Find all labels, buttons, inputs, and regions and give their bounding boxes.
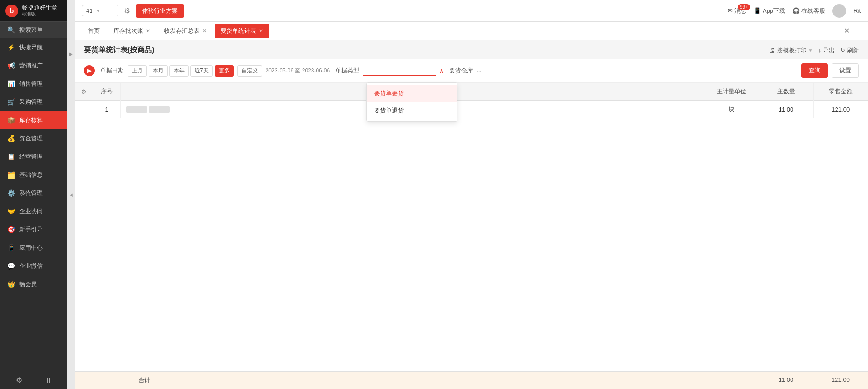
sidebar-item-corp-wechat[interactable]: 💬 企业微信 — [0, 257, 67, 275]
collapse-button[interactable]: ⏸ — [45, 376, 52, 384]
sidebar-item-search[interactable]: 🔍 搜索菜单 — [0, 22, 67, 38]
filter-warehouse-more-icon[interactable]: ··· — [477, 67, 482, 74]
export-icon: ↓ — [818, 47, 822, 54]
topbar-left: 41 ▼ ⚙ 体验行业方案 — [82, 4, 184, 18]
corp-wechat-icon: 💬 — [6, 261, 15, 271]
sidebar-item-label: 搜索菜单 — [19, 26, 43, 34]
filter-settings-button[interactable]: 设置 — [832, 63, 859, 78]
td-qty: 11.00 — [759, 101, 813, 118]
tab-order-stats-label: 要货单统计表 — [221, 27, 256, 35]
logo-text: 畅捷通好生意 标准版 — [22, 4, 57, 18]
user-avatar[interactable] — [832, 4, 846, 18]
service-icon: 🎧 — [792, 7, 800, 14]
table-header-row: ⚙ 序号 商品 主计量单位 主数量 零售金额 — [75, 83, 868, 101]
sidebar-item-sales[interactable]: 📊 销售管理 — [0, 75, 67, 93]
template-print-button[interactable]: 🖨 按模板打印 ▼ — [769, 46, 813, 55]
data-table: ⚙ 序号 商品 主计量单位 主数量 零售金额 1 — [75, 83, 868, 118]
print-icon: 🖨 — [769, 47, 775, 54]
date-shortcut-this-month[interactable]: 本月 — [149, 65, 168, 77]
tab-receive-summary-label: 收发存汇总表 — [164, 27, 200, 35]
sidebar-item-label: 企业微信 — [19, 262, 43, 270]
date-shortcut-last-month[interactable]: 上月 — [128, 65, 147, 77]
table-row: 1 块 11.00 121.00 — [75, 101, 868, 118]
sidebar-item-enterprise[interactable]: 🤝 企业协同 — [0, 202, 67, 220]
app-download-button[interactable]: 📱 App下载 — [754, 7, 785, 15]
date-shortcuts: 上月 本月 本年 近7天 更多 — [128, 65, 234, 77]
query-button[interactable]: 查询 — [801, 63, 828, 78]
finance-icon: 💰 — [6, 134, 15, 143]
sidebar-item-label: 库存核算 — [19, 116, 43, 124]
tab-expand-button[interactable]: ⛶ — [853, 26, 861, 35]
refresh-button[interactable]: ↻ 刷新 — [840, 46, 859, 55]
table-gear-icon[interactable]: ⚙ — [81, 88, 87, 95]
date-shortcut-last-7days[interactable]: 近7天 — [190, 65, 213, 77]
export-button[interactable]: ↓ 导出 — [818, 46, 835, 55]
filter-warehouse-group: 要货仓库 ··· — [449, 67, 482, 75]
tab-inventory-batch-close[interactable]: ✕ — [146, 28, 150, 34]
main-area: 41 ▼ ⚙ 体验行业方案 ✉ 消息 99+ 📱 App下载 🎧 在线客服 Ri… — [75, 0, 868, 389]
date-custom-button[interactable]: 自定义 — [237, 65, 262, 77]
tab-order-stats-close[interactable]: ✕ — [259, 28, 263, 34]
vip-icon: 👑 — [6, 280, 15, 289]
tab-home[interactable]: 首页 — [82, 24, 106, 38]
dropdown-option-order-goods[interactable]: 要货单要货 — [367, 85, 457, 102]
tab-receive-summary-close[interactable]: ✕ — [202, 28, 207, 34]
sidebar-item-guide[interactable]: 🎯 新手引导 — [0, 220, 67, 239]
td-unit: 块 — [704, 101, 759, 118]
th-seq: 序号 — [93, 83, 120, 101]
sidebar-item-system[interactable]: ⚙️ 系统管理 — [0, 184, 67, 202]
sales-icon: 📊 — [6, 79, 15, 88]
sidebar-item-vip[interactable]: 👑 畅会员 — [0, 275, 67, 293]
online-service-button[interactable]: 🎧 在线客服 — [792, 7, 825, 15]
footer-empty-1 — [75, 376, 93, 384]
th-settings[interactable]: ⚙ — [75, 83, 93, 101]
sidebar-item-label: 采购管理 — [19, 98, 43, 106]
tab-home-label: 首页 — [88, 27, 100, 35]
table-footer: 合计 11.00 121.00 — [75, 371, 868, 389]
sidebar-item-label: 新手引导 — [19, 225, 43, 234]
tab-close-all-button[interactable]: ✕ — [844, 26, 850, 35]
filter-expand-button[interactable]: ▶ — [84, 65, 95, 76]
date-shortcut-this-year[interactable]: 本年 — [169, 65, 189, 77]
app-center-icon: 📱 — [6, 243, 15, 252]
sidebar-item-marketing[interactable]: 📢 营销推广 — [0, 56, 67, 75]
footer-amount: 121.00 — [813, 376, 868, 384]
sidebar-item-app-center[interactable]: 📱 应用中心 — [0, 239, 67, 257]
filter-type-chevron-icon[interactable]: ∧ — [439, 67, 444, 74]
product-placeholder-2 — [149, 106, 170, 113]
sidebar-item-quick-nav[interactable]: ⚡ 快捷导航 — [0, 38, 67, 56]
sidebar-item-operation[interactable]: 📋 经营管理 — [0, 148, 67, 166]
sidebar-bottom: ⚙ ⏸ — [0, 371, 67, 389]
sidebar-item-inventory[interactable]: 📦 库存核算 — [0, 111, 67, 129]
filter-type-input[interactable] — [363, 66, 436, 76]
trial-industry-button[interactable]: 体验行业方案 — [136, 4, 184, 18]
sidebar-item-label: 畅会员 — [19, 280, 37, 288]
search-icon: 🔍 — [6, 26, 15, 35]
sidebar-item-purchase[interactable]: 🛒 采购管理 — [0, 93, 67, 111]
topbar: 41 ▼ ⚙ 体验行业方案 ✉ 消息 99+ 📱 App下载 🎧 在线客服 Ri… — [75, 0, 868, 22]
sidebar-item-basic-info[interactable]: 🗂️ 基础信息 — [0, 166, 67, 184]
tabs-actions: ✕ ⛶ — [844, 26, 861, 35]
tab-receive-summary[interactable]: 收发存汇总表 ✕ — [158, 24, 213, 38]
tabs-bar: 首页 库存批次账 ✕ 收发存汇总表 ✕ 要货单统计表 ✕ ✕ ⛶ — [75, 22, 868, 40]
sidebar-item-finance[interactable]: 💰 资金管理 — [0, 129, 67, 148]
dropdown-option-order-return[interactable]: 要货单退货 — [367, 102, 457, 119]
date-shortcut-more[interactable]: 更多 — [215, 65, 234, 77]
message-button[interactable]: ✉ 消息 99+ — [728, 7, 746, 15]
topbar-gear-icon[interactable]: ⚙ — [124, 6, 130, 15]
settings-button[interactable]: ⚙ — [16, 376, 22, 384]
topbar-branch-dropdown[interactable]: 41 ▼ — [82, 5, 118, 16]
date-range-display: 2023-05-06 至 2023-06-06 — [266, 67, 330, 75]
sidebar-item-label: 系统管理 — [19, 189, 43, 197]
page-header-actions: 🖨 按模板打印 ▼ ↓ 导出 ↻ 刷新 — [769, 46, 859, 55]
tab-inventory-batch-label: 库存批次账 — [113, 27, 143, 35]
th-amount: 零售金额 — [813, 83, 868, 101]
sidebar-collapse-toggle[interactable]: ▶ — [67, 45, 75, 63]
print-dropdown-icon: ▼ — [808, 48, 813, 53]
tab-inventory-batch[interactable]: 库存批次账 ✕ — [108, 24, 156, 38]
sidebar-item-label: 营销推广 — [19, 61, 43, 70]
sidebar-item-label: 经营管理 — [19, 153, 43, 161]
sidebar-item-label: 应用中心 — [19, 244, 43, 252]
tab-order-stats[interactable]: 要货单统计表 ✕ — [215, 24, 269, 38]
message-icon: ✉ — [728, 7, 733, 14]
